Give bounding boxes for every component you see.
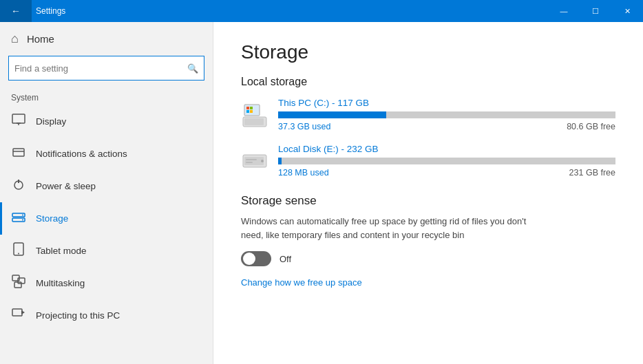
c-drive-stats: 37.3 GB used 80.6 GB free xyxy=(278,122,615,131)
projecting-icon xyxy=(11,307,26,324)
multitasking-icon xyxy=(11,275,26,292)
c-drive-item: This PC (C:) - 117 GB 37.3 GB used 80.6 … xyxy=(241,98,615,131)
e-drive-free: 231 GB free xyxy=(569,168,615,178)
svg-point-9 xyxy=(22,215,23,216)
toggle-thumb xyxy=(243,253,255,265)
notifications-label: Notifications & actions xyxy=(36,149,127,159)
c-drive-icon xyxy=(241,101,268,129)
storage-label: Storage xyxy=(36,213,68,224)
page-title: Storage xyxy=(241,41,615,63)
maximize-button[interactable]: ☐ xyxy=(580,0,611,22)
system-section-label: System xyxy=(0,86,213,105)
sidebar-home-item[interactable]: ⌂ Home xyxy=(0,22,213,56)
storage-icon xyxy=(11,210,26,227)
tablet-label: Tablet mode xyxy=(36,246,87,256)
content-area: Storage Local storage xyxy=(213,22,643,364)
window-controls: — ☐ ✕ xyxy=(548,0,643,22)
search-box: 🔍 xyxy=(8,56,204,81)
c-drive-used: 37.3 GB used xyxy=(278,122,330,131)
e-drive-icon xyxy=(241,147,268,175)
sidebar-item-multitasking[interactable]: Multitasking xyxy=(0,267,213,299)
e-drive-item: Local Disk (E:) - 232 GB 128 MB used 231… xyxy=(241,144,615,178)
e-drive-progress-fill xyxy=(278,158,282,164)
back-icon: ← xyxy=(11,6,21,17)
storage-sense-toggle[interactable] xyxy=(241,251,271,266)
tablet-icon xyxy=(11,242,26,259)
svg-rect-0 xyxy=(12,114,25,123)
home-label: Home xyxy=(27,33,54,45)
e-drive-label: Local Disk (E:) - 232 GB xyxy=(278,144,615,154)
display-icon xyxy=(11,113,26,130)
display-label: Display xyxy=(36,116,66,127)
projecting-label: Projecting to this PC xyxy=(36,310,120,321)
svg-rect-29 xyxy=(246,159,257,160)
svg-point-12 xyxy=(18,253,19,255)
e-drive-stats: 128 MB used 231 GB free xyxy=(278,168,615,178)
home-icon: ⌂ xyxy=(11,32,19,46)
search-input[interactable] xyxy=(9,63,182,74)
back-button[interactable]: ← xyxy=(0,0,32,22)
c-drive-free: 80.6 GB free xyxy=(567,122,615,131)
e-drive-progress-bg xyxy=(278,158,615,164)
close-button[interactable]: ✕ xyxy=(611,0,643,22)
svg-rect-16 xyxy=(12,309,22,316)
title-bar: ← Settings — ☐ ✕ xyxy=(0,0,643,22)
svg-rect-23 xyxy=(250,110,253,113)
sidebar: ⌂ Home 🔍 System Display Notifications & … xyxy=(0,22,213,364)
multitasking-label: Multitasking xyxy=(36,278,85,288)
svg-rect-30 xyxy=(246,162,253,163)
c-drive-progress-bg xyxy=(278,111,615,118)
search-icon: 🔍 xyxy=(182,63,204,74)
app-body: ⌂ Home 🔍 System Display Notifications & … xyxy=(0,22,643,364)
storage-sense-description: Windows can automatically free up space … xyxy=(241,215,544,242)
c-drive-label: This PC (C:) - 117 GB xyxy=(278,98,615,108)
svg-rect-25 xyxy=(244,118,264,125)
e-drive-used: 128 MB used xyxy=(278,168,329,178)
sidebar-item-storage[interactable]: Storage xyxy=(0,202,213,235)
svg-point-10 xyxy=(22,220,23,221)
svg-marker-17 xyxy=(21,310,25,314)
notifications-icon xyxy=(11,145,26,162)
power-label: Power & sleep xyxy=(36,181,96,191)
toggle-label: Off xyxy=(280,254,291,264)
svg-rect-3 xyxy=(13,149,24,156)
title-bar-left: ← Settings xyxy=(0,0,65,22)
svg-rect-21 xyxy=(250,107,253,109)
svg-rect-20 xyxy=(246,107,249,109)
storage-sense-toggle-row: Off xyxy=(241,251,615,266)
svg-point-28 xyxy=(261,160,264,162)
power-icon xyxy=(11,178,26,195)
sidebar-item-tablet[interactable]: Tablet mode xyxy=(0,235,213,267)
e-drive-info: Local Disk (E:) - 232 GB 128 MB used 231… xyxy=(278,144,615,178)
c-drive-info: This PC (C:) - 117 GB 37.3 GB used 80.6 … xyxy=(278,98,615,131)
storage-sense-title: Storage sense xyxy=(241,194,615,208)
svg-rect-22 xyxy=(246,110,249,113)
c-drive-progress-fill xyxy=(278,111,386,118)
sidebar-item-notifications[interactable]: Notifications & actions xyxy=(0,138,213,170)
window-title: Settings xyxy=(32,6,65,16)
sidebar-item-display[interactable]: Display xyxy=(0,105,213,138)
sidebar-item-power[interactable]: Power & sleep xyxy=(0,170,213,202)
minimize-button[interactable]: — xyxy=(548,0,580,22)
svg-rect-27 xyxy=(244,157,264,165)
free-up-space-link[interactable]: Change how we free up space xyxy=(241,277,362,288)
sidebar-item-projecting[interactable]: Projecting to this PC xyxy=(0,299,213,332)
local-storage-title: Local storage xyxy=(241,76,615,88)
